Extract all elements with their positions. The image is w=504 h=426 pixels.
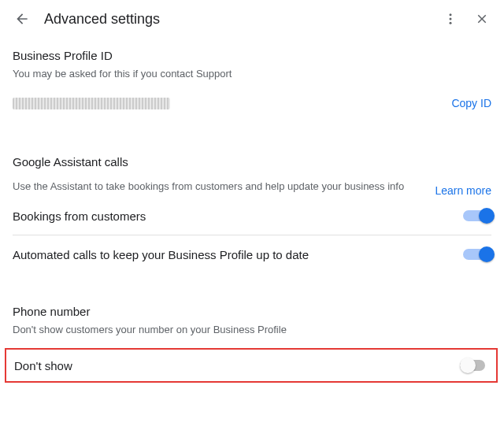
phone-desc: Don't show customers your number on your…	[13, 323, 491, 337]
learn-more-link[interactable]: Learn more	[435, 184, 491, 197]
dont-show-label: Don't show	[14, 359, 72, 372]
profile-id-row: Copy ID	[0, 81, 504, 113]
automated-toggle[interactable]	[463, 246, 491, 262]
profile-id-desc: You may be asked for this if you contact…	[13, 67, 491, 81]
copy-id-button[interactable]: Copy ID	[451, 97, 491, 109]
assistant-desc: Use the Assistant to take bookings from …	[13, 180, 419, 194]
back-icon[interactable]	[13, 9, 32, 28]
dont-show-toggle[interactable]	[460, 357, 488, 373]
svg-point-0	[450, 13, 452, 16]
close-icon[interactable]	[472, 9, 491, 28]
more-icon[interactable]	[441, 9, 460, 28]
assistant-desc-row: Use the Assistant to take bookings from …	[0, 180, 504, 197]
phone-section: Phone number Don't show customers your n…	[0, 294, 504, 337]
assistant-section: Google Assistant calls	[0, 144, 504, 180]
bookings-label: Bookings from customers	[13, 209, 146, 223]
profile-id-title: Business Profile ID	[13, 49, 491, 62]
svg-point-2	[450, 22, 452, 24]
automated-label: Automated calls to keep your Business Pr…	[13, 248, 309, 261]
bookings-row: Bookings from customers	[0, 197, 504, 235]
svg-point-1	[450, 18, 452, 20]
automated-row: Automated calls to keep your Business Pr…	[0, 235, 504, 273]
profile-id-section: Business Profile ID You may be asked for…	[0, 38, 504, 81]
profile-id-value	[13, 98, 170, 109]
dont-show-row: Don't show	[5, 348, 498, 383]
bookings-toggle[interactable]	[463, 208, 491, 224]
assistant-title: Google Assistant calls	[13, 155, 491, 169]
header: Advanced settings	[0, 0, 504, 38]
phone-title: Phone number	[13, 305, 491, 318]
page-title: Advanced settings	[44, 11, 428, 28]
